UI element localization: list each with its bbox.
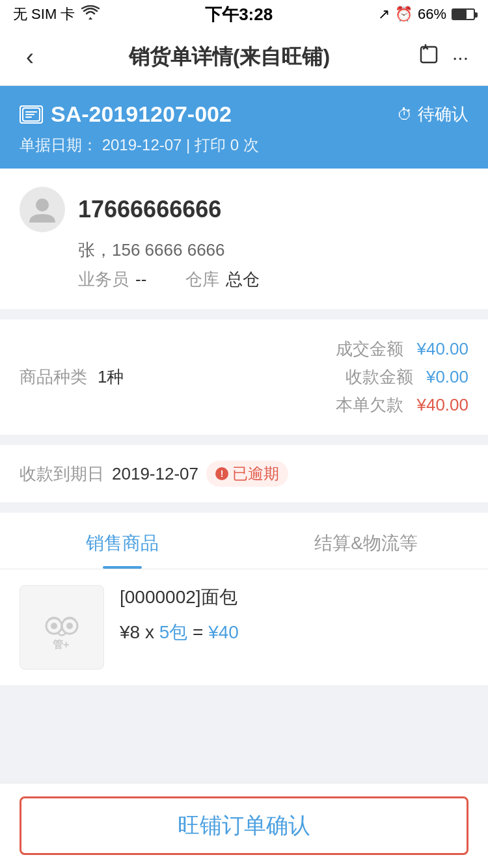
- carrier-text: 无 SIM 卡: [13, 5, 75, 24]
- due-date-section: 收款到期日 2019-12-07 ! 已逾期: [0, 445, 488, 502]
- alarm-icon: ⏰: [395, 6, 413, 23]
- share-icon[interactable]: [418, 44, 439, 70]
- battery-icon: [452, 8, 475, 20]
- status-time: 下午3:28: [205, 3, 273, 26]
- customer-name: 张，156 6666 6666: [20, 239, 468, 262]
- transaction-row: 成交金额 ¥40.00: [336, 338, 468, 360]
- status-right: ↗ ⏰ 66%: [378, 6, 475, 23]
- transaction-value: ¥40.00: [416, 339, 468, 359]
- order-id-text: SA-20191207-002: [51, 102, 232, 127]
- order-id: SA-20191207-002: [20, 102, 232, 127]
- transaction-label: 成交金额: [336, 338, 403, 360]
- order-date-value: 2019-12-07: [102, 136, 182, 154]
- product-info: [0000002]面包 ¥8 x 5包 = ¥40: [120, 585, 468, 645]
- customer-phone: 17666666666: [78, 196, 221, 223]
- salesman-item: 业务员 --: [78, 268, 146, 291]
- nav-bar: ‹ 销货单详情(来自旺铺) ···: [0, 29, 488, 86]
- product-item: 管+ [0000002]面包 ¥8 x 5包 = ¥40: [0, 569, 488, 685]
- due-date-label: 收款到期日: [20, 463, 104, 485]
- order-status-text: 待确认: [418, 103, 468, 126]
- status-left: 无 SIM 卡: [13, 5, 100, 24]
- confirm-order-button[interactable]: 旺铺订单确认: [20, 796, 468, 855]
- wifi-icon: [81, 5, 100, 23]
- product-total: ¥40: [208, 622, 239, 642]
- customer-section: 17666666666 张，156 6666 6666 业务员 -- 仓库 总仓: [0, 169, 488, 309]
- tab-sales-products[interactable]: 销售商品: [0, 513, 244, 569]
- location-icon: ↗: [378, 6, 390, 23]
- bottom-bar: 旺铺订单确认: [0, 783, 488, 868]
- product-price-formula: ¥8 x: [120, 622, 159, 642]
- svg-point-6: [66, 623, 73, 629]
- page-title: 销货单详情(来自旺铺): [129, 43, 330, 72]
- product-thumbnail: 管+: [20, 585, 104, 670]
- salesman-label: 业务员: [78, 268, 129, 291]
- received-value: ¥0.00: [426, 367, 468, 387]
- customer-meta: 业务员 -- 仓库 总仓: [20, 268, 468, 291]
- overdue-badge: ! 已逾期: [206, 461, 288, 487]
- order-id-icon: [20, 105, 43, 124]
- order-date-row: 单据日期： 2019-12-07 | 打印 0 次: [20, 135, 468, 156]
- order-status: ⏱ 待确认: [397, 103, 468, 126]
- tab-active-indicator: [103, 566, 142, 569]
- battery-percentage: 66%: [418, 6, 446, 23]
- tabs-row: 销售商品 结算&物流等: [0, 513, 488, 569]
- product-qty: 5包: [159, 622, 188, 642]
- svg-text:管+: 管+: [53, 639, 69, 650]
- order-date-label: 单据日期：: [20, 136, 98, 154]
- status-bar: 无 SIM 卡 下午3:28 ↗ ⏰ 66%: [0, 0, 488, 29]
- tabs-section: 销售商品 结算&物流等 管+ [0000002]面包 ¥8 x: [0, 513, 488, 685]
- amount-summary: 成交金额 ¥40.00 收款金额 ¥0.00 本单欠款 ¥40.00: [251, 338, 468, 416]
- received-label: 收款金额: [346, 366, 413, 388]
- debt-row: 本单欠款 ¥40.00: [336, 394, 468, 416]
- due-date-value: 2019-12-07: [112, 464, 198, 484]
- clock-icon: ⏱: [397, 105, 413, 124]
- summary-section: 商品种类 1种 成交金额 ¥40.00 收款金额 ¥0.00 本单欠款 ¥40.…: [0, 319, 488, 435]
- overdue-text: 已逾期: [232, 463, 279, 484]
- print-count: 0: [230, 136, 239, 154]
- overdue-exclamation: !: [215, 467, 228, 480]
- tab-sales-label: 销售商品: [86, 533, 159, 553]
- tab-settlement-logistics[interactable]: 结算&物流等: [244, 513, 488, 569]
- product-price: ¥8 x 5包 = ¥40: [120, 620, 468, 645]
- received-row: 收款金额 ¥0.00: [346, 366, 468, 388]
- warehouse-item: 仓库 总仓: [185, 268, 260, 291]
- svg-point-2: [36, 198, 49, 211]
- more-options-icon[interactable]: ···: [452, 46, 468, 68]
- nav-actions: ···: [418, 44, 468, 70]
- svg-point-5: [51, 623, 57, 629]
- tab-settlement-label: 结算&物流等: [314, 533, 418, 553]
- back-button[interactable]: ‹: [20, 37, 40, 77]
- product-equals: =: [187, 622, 208, 642]
- order-banner: SA-20191207-002 ⏱ 待确认 单据日期： 2019-12-07 |…: [0, 86, 488, 169]
- avatar: [20, 187, 65, 232]
- warehouse-label: 仓库: [185, 268, 219, 291]
- print-suffix: 次: [243, 136, 259, 154]
- customer-top: 17666666666: [20, 187, 468, 232]
- order-id-row: SA-20191207-002 ⏱ 待确认: [20, 102, 468, 127]
- print-label: | 打印: [186, 136, 226, 154]
- product-type-value: 1种: [98, 366, 124, 388]
- warehouse-value: 总仓: [226, 268, 260, 291]
- debt-value: ¥40.00: [416, 395, 468, 415]
- product-name: [0000002]面包: [120, 585, 468, 610]
- product-type: 商品种类 1种: [20, 338, 237, 416]
- debt-label: 本单欠款: [336, 394, 403, 416]
- product-type-label: 商品种类: [20, 366, 87, 388]
- salesman-value: --: [135, 269, 146, 290]
